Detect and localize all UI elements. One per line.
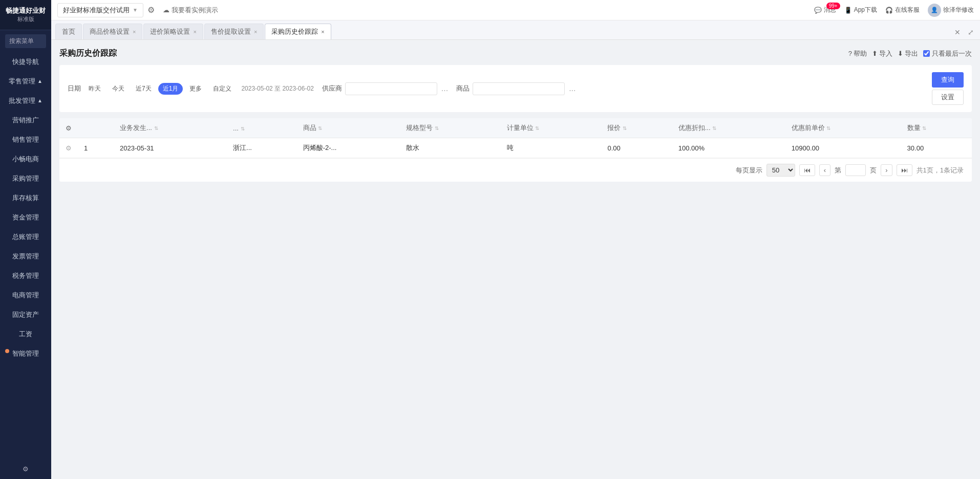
sort-icon: ⇅ xyxy=(241,126,245,132)
next-page-button[interactable]: › xyxy=(881,164,892,176)
import-link[interactable]: ⬆ 导入 xyxy=(872,49,892,58)
tab-1[interactable]: 商品价格设置× xyxy=(83,24,142,39)
date-btn-近1月[interactable]: 近1月 xyxy=(158,83,183,95)
tab-2[interactable]: 进价策略设置× xyxy=(143,24,203,39)
supplier-dots[interactable]: ... xyxy=(441,84,448,93)
last-page-button[interactable]: ⏭ xyxy=(897,164,912,176)
help-link[interactable]: ? 帮助 xyxy=(848,49,867,58)
sidebar-item-13[interactable]: 工资 xyxy=(0,324,51,344)
first-page-button[interactable]: ⏮ xyxy=(799,164,815,176)
td-quantity: 30.00 xyxy=(901,138,972,158)
th-spec[interactable]: 规格型号 ⇅ xyxy=(400,118,501,138)
product-input[interactable] xyxy=(473,82,565,95)
export-label: 导出 xyxy=(905,49,918,58)
last-only-checkbox[interactable] xyxy=(923,50,930,57)
sidebar-item-6[interactable]: 库存核算 xyxy=(0,188,51,208)
page-prefix-label: 第 xyxy=(835,166,841,175)
sidebar-item-quick-nav[interactable]: 快捷导航 xyxy=(0,52,51,72)
close-tab-button[interactable]: ✕ xyxy=(952,27,963,37)
tab-4[interactable]: 采购历史价跟踪× xyxy=(265,24,331,39)
sidebar-item-8[interactable]: 总账管理 xyxy=(0,227,51,247)
demo-link[interactable]: ☁ 我要看实例演示 xyxy=(163,6,218,15)
user-menu-button[interactable]: 👤 徐泽华修改 xyxy=(928,4,974,17)
sidebar-item-11[interactable]: 电商管理 xyxy=(0,286,51,305)
tabs-container: 首页商品价格设置×进价策略设置×售价提取设置×采购历史价跟踪× xyxy=(55,24,331,39)
per-page-select[interactable]: 50 10 20 100 xyxy=(766,164,795,177)
online-service-label: 在线客服 xyxy=(895,6,920,14)
sidebar-items: 零售管理▲批发管理▲营销推广销售管理小畅电商采购管理库存核算资金管理总账管理发票… xyxy=(0,72,51,363)
td-pre_discount_price: 10900.00 xyxy=(785,138,901,158)
tab-3[interactable]: 售价提取设置× xyxy=(204,24,264,39)
import-label: 导入 xyxy=(879,49,892,58)
sidebar-item-0[interactable]: 零售管理▲ xyxy=(0,72,51,91)
sidebar-item-2[interactable]: 营销推广 xyxy=(0,111,51,130)
supplier-filter-label: 供应商 xyxy=(322,84,342,93)
prev-page-button[interactable]: ‹ xyxy=(819,164,830,176)
sidebar-item-10[interactable]: 税务管理 xyxy=(0,266,51,286)
th-unit[interactable]: 计量单位 ⇅ xyxy=(501,118,602,138)
maximize-tab-button[interactable]: ⤢ xyxy=(966,27,976,37)
th-discount[interactable]: 优惠折扣... ⇅ xyxy=(672,118,785,138)
sidebar-item-label: 采购管理 xyxy=(12,175,39,182)
sidebar-item-5[interactable]: 采购管理 xyxy=(0,169,51,188)
th-pre_discount_price[interactable]: 优惠前单价 ⇅ xyxy=(785,118,901,138)
supplier-input[interactable] xyxy=(345,82,437,95)
td-index: 1 xyxy=(78,138,114,158)
tab-0[interactable]: 首页 xyxy=(55,24,82,39)
filter-settings-button[interactable]: 设置 xyxy=(932,90,964,105)
sidebar-item-quick-nav-label: 快捷导航 xyxy=(12,58,39,66)
product-dots[interactable]: ... xyxy=(569,84,576,93)
th-biz_date[interactable]: 业务发生... ⇅ xyxy=(114,118,227,138)
date-btn-今天[interactable]: 今天 xyxy=(108,83,129,95)
settings-icon: ⚙ xyxy=(23,465,29,473)
col-label: 数量 xyxy=(907,124,921,132)
topbar-settings-icon[interactable]: ⚙ xyxy=(147,5,155,15)
sidebar-item-4[interactable]: 小畅电商 xyxy=(0,149,51,169)
td-extra: 浙江... xyxy=(227,138,297,158)
product-filter-label: 商品 xyxy=(456,84,470,93)
sidebar-item-14[interactable]: 智能管理 xyxy=(0,344,51,363)
import-icon: ⬆ xyxy=(872,50,878,57)
search-menu-button[interactable]: 搜索菜单 xyxy=(5,34,46,48)
tabs-bar-actions: ✕ ⤢ xyxy=(952,27,976,39)
sidebar-item-3[interactable]: 销售管理 xyxy=(0,130,51,149)
sidebar-item-label: 税务管理 xyxy=(12,272,39,279)
sidebar-search-area[interactable]: 搜索菜单 xyxy=(0,30,51,52)
th-product[interactable]: 商品 ⇅ xyxy=(297,118,400,138)
th-quoted_price[interactable]: 报价 ⇅ xyxy=(601,118,672,138)
close-tab-icon[interactable]: × xyxy=(133,29,136,35)
sidebar-item-9[interactable]: 发票管理 xyxy=(0,247,51,266)
sort-icon: ⇅ xyxy=(154,125,158,131)
messages-button[interactable]: 💬 消息 99+ xyxy=(814,6,836,14)
sort-icon: ⇅ xyxy=(922,125,926,131)
date-btn-昨天[interactable]: 昨天 xyxy=(84,83,105,95)
th-extra[interactable]: ... ⇅ xyxy=(227,118,297,138)
chevron-icon: ▲ xyxy=(37,78,42,84)
data-table: ⚙业务发生... ⇅... ⇅商品 ⇅规格型号 ⇅计量单位 ⇅报价 ⇅优惠折扣.… xyxy=(59,118,972,158)
sidebar-item-12[interactable]: 固定资产 xyxy=(0,305,51,324)
close-tab-icon[interactable]: × xyxy=(254,29,257,35)
app-logo-sub: 标准版 xyxy=(4,15,47,23)
sidebar-item-1[interactable]: 批发管理▲ xyxy=(0,91,51,111)
page-title: 采购历史价跟踪 xyxy=(59,48,117,59)
gear-icon[interactable]: ⚙ xyxy=(66,124,72,132)
app-download-button[interactable]: 📱 App下载 xyxy=(844,6,877,14)
app-selector[interactable]: 好业财标准版交付试用 ▼ xyxy=(57,3,143,17)
page-suffix-label: 页 xyxy=(870,166,877,175)
row-gear-icon[interactable]: ⚙ xyxy=(66,144,72,152)
query-button[interactable]: 查询 xyxy=(932,72,964,88)
export-link[interactable]: ⬇ 导出 xyxy=(898,49,918,58)
close-tab-icon[interactable]: × xyxy=(193,29,196,35)
chevron-icon: ▲ xyxy=(37,98,42,103)
date-btn-近7天[interactable]: 近7天 xyxy=(131,83,156,95)
date-btn-自定义[interactable]: 自定义 xyxy=(208,83,236,95)
sidebar-item-7[interactable]: 资金管理 xyxy=(0,208,51,227)
date-btn-更多[interactable]: 更多 xyxy=(185,83,206,95)
table-body: ⚙12023-05-31浙江...丙烯酸-2-...散水吨0.00100.00%… xyxy=(59,138,972,158)
close-tab-icon[interactable]: × xyxy=(321,29,324,35)
last-only-checkbox-label[interactable]: 只看最后一次 xyxy=(923,49,972,58)
page-input[interactable]: 1 xyxy=(845,164,866,176)
online-service-button[interactable]: 🎧 在线客服 xyxy=(885,6,920,14)
th-quantity[interactable]: 数量 ⇅ xyxy=(901,118,972,138)
sidebar-settings-button[interactable]: ⚙ xyxy=(0,459,51,479)
